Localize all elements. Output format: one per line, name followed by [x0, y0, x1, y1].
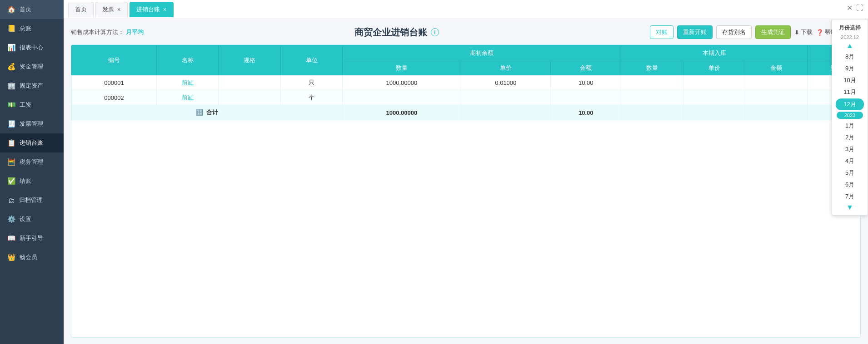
action-buttons: 对账 重新开账 存货别名 生成凭证 ⬇ 下载 ❓ 帮助 🔄 刷新: [650, 25, 861, 39]
month-item-9[interactable]: 9月: [832, 63, 868, 74]
home-icon: 🏠: [7, 5, 16, 14]
fund-icon: 💰: [7, 63, 16, 71]
col-header-current-in: 本期入库: [621, 45, 807, 61]
row-unit: 个: [280, 90, 342, 105]
sidebar-item-tax-mgmt[interactable]: 🧮 税务管理: [0, 152, 64, 172]
sidebar-item-payroll[interactable]: 💵 工资: [0, 95, 64, 114]
col-in-price: 单价: [683, 61, 745, 75]
sidebar-item-purchase-sales[interactable]: 📋 进销台账: [0, 133, 64, 152]
month-item-10[interactable]: 10月: [832, 74, 868, 86]
help-icon: ❓: [816, 29, 823, 36]
tab-purchase-sales-close[interactable]: ✕: [163, 7, 167, 13]
sidebar-item-fixed-assets[interactable]: 🏢 固定资产: [0, 76, 64, 95]
content-area: 销售成本计算方法： 月平均 商贸企业进销台账 i 对账 重新开账 存货别名 生成…: [64, 19, 868, 344]
total-open-qty: 1000.00000: [343, 105, 461, 120]
sidebar-item-home[interactable]: 🏠 首页: [0, 0, 64, 19]
row-open-price: [461, 90, 550, 105]
vip-icon: 👑: [7, 253, 16, 261]
month-item-6[interactable]: 6月: [832, 179, 868, 191]
row-open-amount: 10.00: [551, 75, 621, 90]
reports-icon: 📊: [7, 44, 16, 52]
total-in-price: [683, 105, 745, 120]
total-in-qty: [621, 105, 683, 120]
settings-icon: ⚙️: [7, 215, 16, 223]
sidebar-item-vip[interactable]: 👑 畅会员: [0, 248, 64, 267]
window-controls: ✕ ⛶: [847, 4, 863, 12]
info-icon[interactable]: i: [431, 28, 439, 36]
download-icon: ⬇: [794, 29, 799, 36]
row-in-price: [683, 90, 745, 105]
month-item-3[interactable]: 3月: [832, 143, 868, 155]
month-item-12[interactable]: 12月: [836, 98, 864, 110]
sidebar-item-newbie[interactable]: 📖 新手引导: [0, 229, 64, 248]
cost-method: 销售成本计算方法： 月平均: [71, 28, 144, 36]
sidebar-item-invoice-mgmt[interactable]: 🧾 发票管理: [0, 114, 64, 133]
row-in-amount: [745, 90, 807, 105]
row-spec: [219, 75, 280, 90]
sidebar-item-checkout[interactable]: ✅ 结账: [0, 172, 64, 191]
tab-purchase-sales[interactable]: 进销台账 ✕: [130, 2, 174, 17]
row-in-price: [683, 75, 745, 90]
page-title: 商贸企业进销台账 i: [354, 26, 439, 39]
month-panel-title: 月份选择: [835, 22, 864, 34]
total-in-amount: [745, 105, 807, 120]
total-open-amount: 10.00: [551, 105, 621, 120]
purchase-sales-icon: 📋: [7, 139, 16, 147]
row-unit: 只: [280, 75, 342, 90]
row-code: 000001: [72, 75, 157, 90]
reopen-button[interactable]: 重新开账: [677, 25, 713, 39]
row-in-qty: [621, 75, 683, 90]
row-name[interactable]: 前缸: [156, 75, 218, 90]
sidebar-item-fund-mgmt[interactable]: 💰 资金管理: [0, 57, 64, 76]
month-nav-down[interactable]: ▼: [846, 202, 853, 212]
row-open-amount: [551, 90, 621, 105]
checkout-icon: ✅: [7, 177, 16, 185]
tab-home[interactable]: 首页: [68, 2, 94, 17]
sidebar-item-settings[interactable]: ⚙️ 设置: [0, 210, 64, 229]
month-item-2[interactable]: 2月: [832, 132, 868, 143]
row-open-qty: 1000.00000: [343, 75, 461, 90]
total-row: 🔢 合计 1000.00000 10.00: [72, 105, 860, 120]
newbie-icon: 📖: [7, 234, 16, 242]
row-name[interactable]: 前缸: [156, 90, 218, 105]
month-item-7[interactable]: 7月: [832, 191, 868, 202]
table-row: 000002 前缸 个: [72, 90, 860, 105]
month-panel: 月份选择 2022.12 ▲ 8月 9月 10月 11月 12月 2023 1月…: [832, 19, 868, 216]
col-in-qty: 数量: [621, 61, 683, 75]
save-alias-button[interactable]: 存货别名: [716, 25, 752, 39]
total-label: 🔢 合计: [72, 105, 343, 120]
assets-icon: 🏢: [7, 82, 16, 90]
tab-invoice-close[interactable]: ✕: [117, 7, 121, 13]
month-item-11[interactable]: 11月: [832, 86, 868, 98]
col-header-spec: 规格: [219, 45, 280, 75]
total-open-price: [461, 105, 550, 120]
payroll-icon: 💵: [7, 101, 16, 109]
tab-invoice[interactable]: 发票 ✕: [95, 2, 128, 17]
sidebar-item-archive[interactable]: 🗂 归档管理: [0, 191, 64, 210]
sidebar: 🏠 首页 📒 总账 📊 报表中心 💰 资金管理 🏢 固定资产 💵 工资 🧾 发票…: [0, 0, 64, 344]
main-table: 编号 名称 规格 单位 期初余额 本期入库 数量 单价 金额 数量 单价: [71, 44, 861, 338]
sidebar-item-general-ledger[interactable]: 📒 总账: [0, 19, 64, 38]
tax-icon: 🧮: [7, 158, 16, 166]
row-open-qty: [343, 90, 461, 105]
generate-voucher-button[interactable]: 生成凭证: [755, 25, 791, 39]
row-spec: [219, 90, 280, 105]
month-nav-up[interactable]: ▲: [846, 41, 853, 51]
maximize-window-button[interactable]: ⛶: [856, 4, 863, 12]
month-item-4[interactable]: 4月: [832, 155, 868, 167]
download-button[interactable]: ⬇ 下载: [794, 28, 813, 36]
archive-icon: 🗂: [7, 197, 15, 204]
col-header-code: 编号: [72, 45, 157, 75]
main-area: ✕ ⛶ 首页 发票 ✕ 进销台账 ✕ 销售成本计算方法： 月平均 商贸企业进销台…: [64, 0, 868, 344]
close-window-button[interactable]: ✕: [847, 4, 853, 12]
top-bar: 销售成本计算方法： 月平均 商贸企业进销台账 i 对账 重新开账 存货别名 生成…: [71, 25, 861, 39]
row-open-price: 0.01000: [461, 75, 550, 90]
month-item-1[interactable]: 1月: [832, 120, 868, 132]
month-item-8[interactable]: 8月: [832, 51, 868, 63]
sidebar-item-reports[interactable]: 📊 报表中心: [0, 38, 64, 57]
ledger-icon: 📒: [7, 25, 16, 33]
month-item-5[interactable]: 5月: [832, 167, 868, 179]
reconcile-button[interactable]: 对账: [650, 25, 673, 39]
year-badge-2023: 2023: [837, 112, 863, 119]
col-open-amount: 金额: [551, 61, 621, 75]
